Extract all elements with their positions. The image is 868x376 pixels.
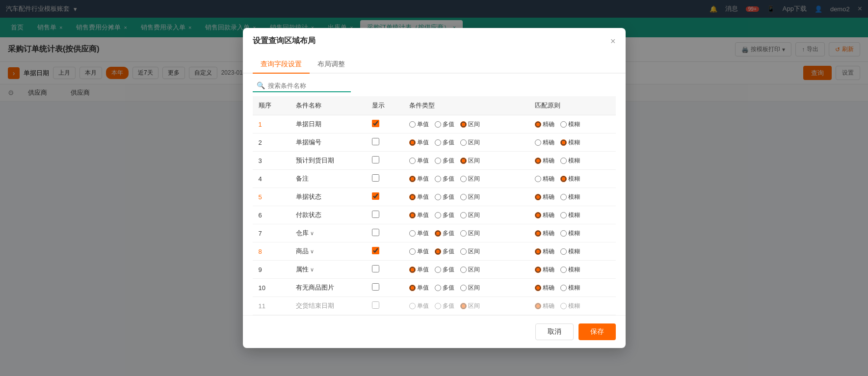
modal-tabs: 查询字段设置 布局调整 [243,50,626,74]
th-name: 条件名称 [290,96,366,102]
modal-header: 设置查询区域布局 × [243,28,626,46]
search-input-wrap: 🔍 [253,80,351,92]
modal-dialog: 设置查询区域布局 × 查询字段设置 布局调整 🔍 顺序 条件名称 显示 [243,28,626,102]
modal-title: 设置查询区域布局 [253,36,316,46]
fields-table: 顺序 条件名称 显示 条件类型 匹配原则 1 单据日期 [253,96,616,102]
search-icon: 🔍 [257,81,265,89]
th-seq: 顺序 [253,96,290,102]
modal-search-area: 🔍 [243,74,626,96]
tab-layout-adjust[interactable]: 布局调整 [310,56,353,74]
th-type: 条件类型 [403,96,529,102]
th-match: 匹配原则 [529,96,616,102]
modal-table-area: 顺序 条件名称 显示 条件类型 匹配原则 1 单据日期 [243,96,626,102]
th-display: 显示 [366,96,403,102]
modal-overlay: 设置查询区域布局 × 查询字段设置 布局调整 🔍 顺序 条件名称 显示 [0,0,868,102]
tab-query-fields[interactable]: 查询字段设置 [253,56,310,74]
modal-close-button[interactable]: × [610,37,616,46]
search-input[interactable] [268,82,346,89]
